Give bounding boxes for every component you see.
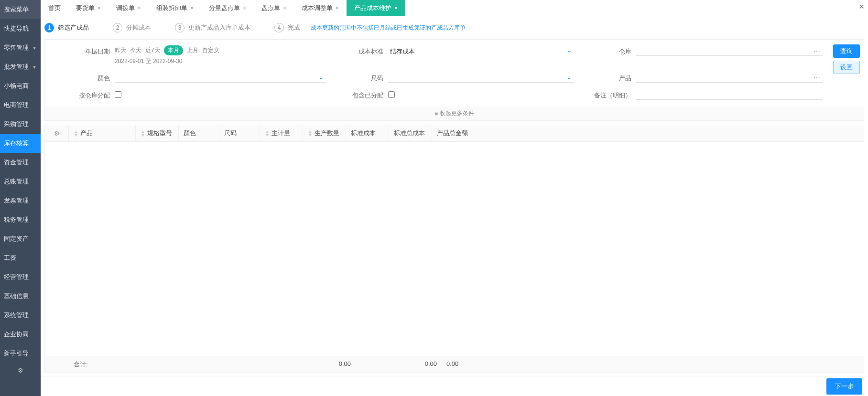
- close-icon[interactable]: ×: [283, 5, 286, 11]
- step-2[interactable]: 2 分摊成本: [113, 23, 151, 32]
- close-icon[interactable]: ×: [98, 5, 101, 11]
- th-spec[interactable]: ▲▼规格型号: [136, 125, 179, 141]
- step-number: 3: [175, 23, 184, 32]
- step-3[interactable]: 3 更新产成品入库单成本: [175, 23, 250, 32]
- sort-icon: ▲▼: [308, 130, 313, 137]
- date-7days[interactable]: 近7天: [145, 46, 160, 54]
- sidebar-item-newbie[interactable]: 新手引导: [0, 344, 41, 363]
- bottom-bar: 下一步: [41, 376, 868, 396]
- gear-icon[interactable]: ⚙: [45, 125, 69, 141]
- date-yesterday[interactable]: 昨天: [115, 46, 126, 54]
- include-allocated-label: 包含已分配: [326, 89, 388, 100]
- include-allocated-checkbox[interactable]: [388, 91, 395, 98]
- sidebar-item-fund[interactable]: 资金管理: [0, 153, 41, 172]
- table-body: [44, 142, 864, 356]
- date-today[interactable]: 今天: [130, 46, 141, 54]
- th-total-amount[interactable]: 产品总金额: [432, 125, 864, 141]
- sidebar-item-wholesale[interactable]: 批发管理▼: [0, 57, 41, 76]
- gear-icon[interactable]: ⚙: [0, 363, 41, 378]
- collapse-toggle[interactable]: ≡收起更多条件: [45, 107, 864, 120]
- sidebar-item-ecommerce[interactable]: 电商管理: [0, 96, 41, 115]
- date-this-month[interactable]: 本月: [164, 45, 183, 55]
- size-label: 尺码: [326, 72, 388, 83]
- th-product[interactable]: ▲▼产品: [69, 125, 136, 141]
- footer-qty: 0.00: [308, 360, 351, 369]
- step-label: 更新产成品入库单成本: [188, 23, 250, 32]
- query-button[interactable]: 查询: [833, 44, 860, 58]
- sidebar-item-tax[interactable]: 税务管理: [0, 210, 41, 229]
- product-select[interactable]: [636, 72, 823, 83]
- main-content: 首页 要货单× 调拨单× 组装拆卸单× 分量盘点单× 盘点单× 成本调整单× 产…: [41, 0, 868, 396]
- sidebar-item-invoice[interactable]: 发票管理: [0, 191, 41, 210]
- step-label: 完成: [288, 23, 300, 32]
- tab-count[interactable]: 盘点单×: [254, 0, 294, 16]
- tab-demand[interactable]: 要货单×: [68, 0, 108, 16]
- sidebar-item-system[interactable]: 系统管理: [0, 306, 41, 325]
- step-connector: [156, 28, 170, 28]
- step-connector: [255, 28, 270, 28]
- date-range-text: 2022-09-01 至 2022-09-30: [115, 57, 326, 65]
- th-qty[interactable]: ▲▼生产数量: [303, 125, 346, 141]
- action-buttons: 查询 设置: [833, 44, 860, 74]
- close-icon[interactable]: ×: [190, 5, 194, 11]
- step-1[interactable]: 1 筛选产成品: [44, 23, 89, 32]
- step-number: 2: [113, 23, 122, 32]
- settings-button[interactable]: 设置: [833, 61, 860, 74]
- color-select[interactable]: [115, 72, 326, 83]
- sidebar-item-salary[interactable]: 工资: [0, 248, 41, 268]
- product-label: 产品: [574, 72, 636, 83]
- th-std-cost[interactable]: 标准成本: [346, 125, 389, 141]
- sidebar-item-enterprise[interactable]: 企业协同: [0, 325, 41, 344]
- more-icon[interactable]: ⋯: [814, 74, 821, 82]
- sidebar-item-inventory-accounting[interactable]: 库存核算: [0, 134, 41, 153]
- date-last-month[interactable]: 上月: [187, 46, 198, 54]
- table-header: ⚙ ▲▼产品 ▲▼规格型号 颜色 尺码 ▲▼主计量 ▲▼生产数量 标准成本 标准…: [44, 125, 864, 142]
- sidebar-item-purchase[interactable]: 采购管理: [0, 115, 41, 134]
- alloc-warehouse-checkbox[interactable]: [115, 91, 121, 98]
- tab-partial-count[interactable]: 分量盘点单×: [201, 0, 254, 16]
- sidebar-item-xiaochang[interactable]: 小畅电商: [0, 76, 41, 96]
- sidebar-item-basic-info[interactable]: 基础信息: [0, 287, 41, 306]
- remark-input[interactable]: [636, 89, 823, 100]
- close-icon[interactable]: ×: [243, 5, 246, 11]
- step-number: 4: [274, 23, 284, 32]
- steps-hint: 成本更新的范围中不包括已月结或已生成凭证的产成品入库单: [311, 24, 466, 32]
- step-connector: [94, 28, 108, 28]
- filter-panel: 查询 设置 单据日期 昨天 今天 近7天 本月 上月 自定义: [44, 39, 864, 121]
- tabs-bar: 首页 要货单× 调拨单× 组装拆卸单× 分量盘点单× 盘点单× 成本调整单× 产…: [41, 0, 868, 16]
- sort-icon: ▲▼: [265, 130, 270, 137]
- sidebar-item-fixed-assets[interactable]: 固定资产: [0, 229, 41, 248]
- color-label: 颜色: [53, 72, 115, 83]
- close-icon[interactable]: ×: [394, 5, 398, 11]
- sidebar-item-retail[interactable]: 零售管理▼: [0, 38, 41, 57]
- sidebar-item-operation[interactable]: 经营管理: [0, 268, 41, 287]
- more-icon[interactable]: ⋯: [814, 47, 821, 55]
- next-button[interactable]: 下一步: [826, 378, 862, 395]
- close-icon[interactable]: ×: [138, 5, 141, 11]
- sidebar: 搜索菜单 快捷导航 零售管理▼ 批发管理▼ 小畅电商 电商管理 采购管理 库存核…: [0, 0, 41, 396]
- th-size[interactable]: 尺码: [219, 125, 260, 141]
- tab-product-cost[interactable]: 产品成本维护×: [347, 0, 405, 16]
- th-color[interactable]: 颜色: [179, 125, 219, 141]
- close-all-tabs-icon[interactable]: ×: [859, 2, 864, 12]
- th-unit[interactable]: ▲▼主计量: [260, 125, 303, 141]
- step-number: 1: [44, 23, 54, 32]
- caret-down-icon: ▼: [32, 64, 37, 70]
- tab-assembly[interactable]: 组装拆卸单×: [149, 0, 201, 16]
- tab-cost-adj[interactable]: 成本调整单×: [294, 0, 347, 16]
- date-custom[interactable]: 自定义: [202, 46, 219, 54]
- cost-standard-select[interactable]: 结存成本: [388, 45, 575, 58]
- step-4[interactable]: 4 完成: [274, 23, 300, 32]
- size-select[interactable]: [388, 72, 575, 83]
- sidebar-item-ledger[interactable]: 总账管理: [0, 172, 41, 191]
- sidebar-item-search-menu[interactable]: 搜索菜单: [0, 0, 41, 19]
- sidebar-item-quick-nav[interactable]: 快捷导航: [0, 19, 41, 38]
- alloc-warehouse-label: 按仓库分配: [53, 89, 115, 100]
- tab-home[interactable]: 首页: [41, 0, 68, 16]
- tab-transfer[interactable]: 调拨单×: [108, 0, 149, 16]
- warehouse-select[interactable]: [636, 45, 823, 56]
- double-chevron-up-icon: ≡: [434, 110, 438, 117]
- close-icon[interactable]: ×: [336, 5, 339, 11]
- table-area: ⚙ ▲▼产品 ▲▼规格型号 颜色 尺码 ▲▼主计量 ▲▼生产数量 标准成本 标准…: [44, 125, 864, 373]
- th-std-total[interactable]: 标准总成本: [389, 125, 432, 141]
